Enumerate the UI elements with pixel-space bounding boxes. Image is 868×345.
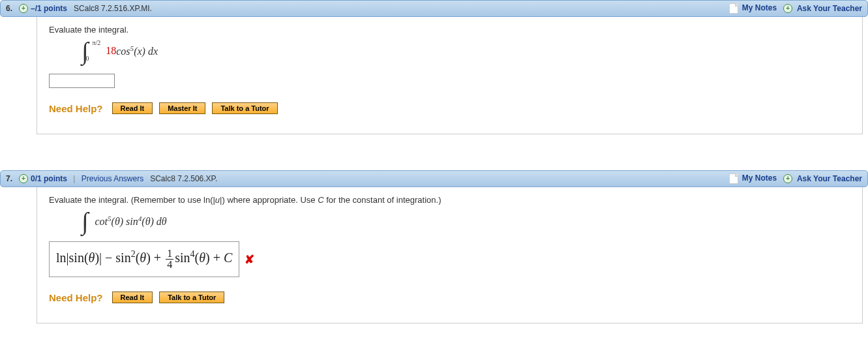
source-label: SCalc8 7.2.506.XP. [150,174,217,183]
note-icon [729,173,738,184]
question-7: 7. + 0/1 points | Previous Answers SCalc… [0,170,868,323]
talk-tutor-button[interactable]: Talk to a Tutor [159,292,224,303]
answer-row: ln|sin(θ)| − sin2(θ) + 14sin4(θ) + C ✘ [49,241,850,277]
prompt-text: Evaluate the integral. (Remember to use … [49,195,850,205]
prompt-text: Evaluate the integral. [49,25,850,35]
master-it-button[interactable]: Master It [159,102,205,114]
need-help-label: Need Help? [49,292,103,303]
my-notes-link[interactable]: My Notes [729,173,777,184]
read-it-button[interactable]: Read It [112,292,153,303]
source-label: SCalc8 7.2.516.XP.MI. [74,4,152,13]
wrong-icon: ✘ [245,252,254,267]
points-label[interactable]: –/1 points [31,4,67,13]
answer-input[interactable] [49,74,115,88]
need-help-label: Need Help? [49,103,103,114]
ask-teacher-link[interactable]: + Ask Your Teacher [783,174,862,184]
integrand: cos5(x) dx [116,44,158,57]
read-it-button[interactable]: Read It [112,102,153,114]
integral-expression: ∫ cot5(θ) sin4(θ) dθ [82,209,850,233]
coefficient: 18 [106,45,116,57]
question-number: 6. [6,4,12,13]
answer-box[interactable]: ln|sin(θ)| − sin2(θ) + 14sin4(θ) + C [49,241,239,277]
expand-icon[interactable]: + [19,174,28,183]
talk-tutor-button[interactable]: Talk to a Tutor [212,102,277,114]
plus-icon: + [783,4,792,13]
question-body: Evaluate the integral. ∫ π/2 0 18 cos5(x… [37,17,863,134]
header-actions: My Notes + Ask Your Teacher [729,173,862,184]
question-header: 7. + 0/1 points | Previous Answers SCalc… [0,170,868,187]
integral-bounds: π/2 0 [89,40,100,62]
my-notes-link[interactable]: My Notes [729,3,777,14]
note-icon [729,3,738,14]
integral-sign-icon: ∫ [82,209,88,233]
header-actions: My Notes + Ask Your Teacher [729,3,862,14]
ask-teacher-link[interactable]: + Ask Your Teacher [783,4,862,14]
need-help-row: Need Help? Read It Master It Talk to a T… [49,102,850,114]
plus-icon: + [783,174,792,183]
question-number: 7. [6,174,12,183]
question-header: 6. + –/1 points SCalc8 7.2.516.XP.MI. My… [0,0,868,17]
question-body: Evaluate the integral. (Remember to use … [37,187,863,323]
question-6: 6. + –/1 points SCalc8 7.2.516.XP.MI. My… [0,0,868,134]
previous-answers-link[interactable]: Previous Answers [82,174,143,183]
integrand: cot5(θ) sin4(θ) dθ [95,215,166,228]
separator: | [71,174,78,183]
integral-expression: ∫ π/2 0 18 cos5(x) dx [82,38,850,63]
expand-icon[interactable]: + [19,4,28,13]
need-help-row: Need Help? Read It Talk to a Tutor [49,292,850,303]
points-label[interactable]: 0/1 points [31,174,67,183]
